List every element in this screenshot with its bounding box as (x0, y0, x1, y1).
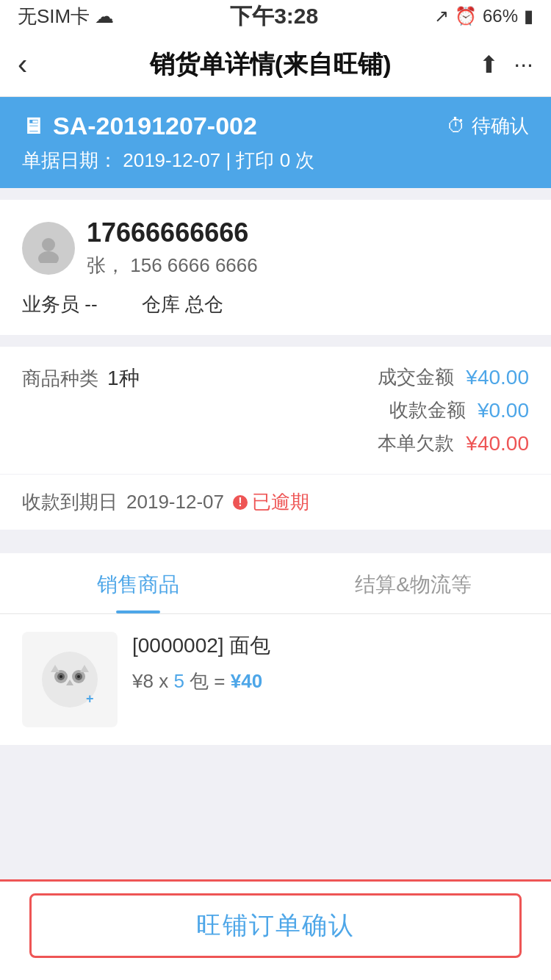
product-type-label: 商品种类 (22, 366, 98, 392)
product-name-text: 面包 (229, 634, 270, 657)
confirm-order-button[interactable]: 旺铺订单确认 (29, 893, 522, 958)
battery-label: 66% (483, 6, 518, 26)
svg-text:+: + (86, 691, 94, 706)
arrears-row: 本单欠款 ¥40.00 (378, 430, 529, 456)
tab-sales[interactable]: 销售商品 (0, 553, 276, 613)
deal-amount-label: 成交金额 (378, 364, 454, 390)
customer-info: 17666666666 张， 156 6666 6666 (87, 217, 258, 278)
product-type-value: 1种 (107, 364, 140, 392)
receipt-amount-row: 收款金额 ¥0.00 (389, 397, 529, 423)
order-date-row: 单据日期： 2019-12-07 | 打印 0 次 (22, 148, 529, 173)
qty-unit: 包 (190, 670, 209, 692)
product-item: + [0000002] 面包 ¥8 x 5 包 = ¥40 (0, 614, 551, 745)
overdue-text: 已逾期 (252, 489, 309, 515)
staff-row: 业务员 -- (22, 292, 98, 317)
amount-info: 成交金额 ¥40.00 收款金额 ¥0.00 本单欠款 ¥40.00 (378, 364, 529, 456)
customer-row: 17666666666 张， 156 6666 6666 (22, 217, 529, 278)
product-sku: [0000002] (132, 634, 224, 657)
deal-amount-value: ¥40.00 (466, 366, 529, 389)
bottom-bar: 旺铺订单确认 (0, 879, 551, 980)
receipt-amount-value: ¥0.00 (478, 399, 529, 422)
order-id-text: SA-20191207-002 (53, 112, 257, 140)
back-button[interactable]: ‹ (18, 48, 62, 81)
print-label: | 打印 (226, 149, 274, 171)
customer-section: 17666666666 张， 156 6666 6666 业务员 -- 仓库 总… (0, 200, 551, 335)
arrears-value: ¥40.00 (466, 432, 529, 455)
warning-icon: ! (233, 495, 248, 510)
order-status: ⏱ 待确认 (447, 113, 529, 139)
staff-value: -- (84, 293, 97, 315)
print-count: 0 (280, 149, 290, 171)
order-id: 🖥 SA-20191207-002 (22, 112, 257, 140)
clock-icon: ⏱ (447, 115, 466, 137)
order-date: 2019-12-07 (123, 149, 220, 171)
status-left: 无SIM卡 ☁ (18, 4, 114, 29)
warehouse-row: 仓库 总仓 (142, 292, 223, 317)
product-price: ¥8 x 5 包 = ¥40 (132, 669, 529, 694)
date-label: 单据日期： (22, 149, 118, 171)
receipt-amount-label: 收款金额 (389, 397, 466, 423)
customer-alt: 张， 156 6666 6666 (87, 253, 258, 278)
status-text: 待确认 (472, 113, 529, 139)
warehouse-label: 仓库 (142, 293, 180, 315)
due-section: 收款到期日 2019-12-07 ! 已逾期 (0, 474, 551, 530)
alarm-icon: ⏰ (455, 6, 477, 26)
svg-point-8 (77, 675, 80, 678)
deal-amount-row: 成交金额 ¥40.00 (378, 364, 529, 390)
customer-meta: 业务员 -- 仓库 总仓 (22, 292, 529, 317)
svg-point-1 (38, 251, 59, 263)
sim-label: 无SIM卡 ☁ (18, 4, 114, 29)
status-bar: 无SIM卡 ☁ 下午3:28 ↗ ⏰ 66% ▮ (0, 0, 551, 32)
order-header: 🖥 SA-20191207-002 ⏱ 待确认 单据日期： 2019-12-07… (0, 97, 551, 188)
location-icon: ↗ (434, 6, 449, 26)
battery-icon: ▮ (524, 6, 533, 26)
print-unit: 次 (295, 149, 314, 171)
order-icon: 🖥 (22, 114, 44, 139)
overdue-badge: ! 已逾期 (233, 489, 309, 515)
product-thumbnail: + (22, 632, 118, 727)
arrears-label: 本单欠款 (378, 430, 454, 456)
warehouse-value: 总仓 (185, 293, 223, 315)
price-label: ¥8 x (132, 670, 168, 692)
svg-point-7 (60, 675, 62, 678)
staff-label: 业务员 (22, 293, 79, 315)
avatar (22, 222, 75, 275)
tab-settlement[interactable]: 结算&物流等 (276, 553, 551, 613)
page-title: 销货单详情(来自旺铺) (62, 48, 479, 82)
status-right: ↗ ⏰ 66% ▮ (434, 6, 533, 26)
nav-bar: ‹ 销货单详情(来自旺铺) ⬆ ··· (0, 32, 551, 97)
divider-2 (0, 530, 551, 541)
divider-1 (0, 335, 551, 347)
more-icon[interactable]: ··· (514, 51, 533, 78)
customer-phone: 17666666666 (87, 217, 258, 248)
product-total: ¥40 (231, 670, 262, 692)
status-time: 下午3:28 (230, 1, 318, 32)
tabs: 销售商品 结算&物流等 (0, 553, 551, 614)
summary-grid: 商品种类 1种 成交金额 ¥40.00 收款金额 ¥0.00 本单欠款 ¥40.… (22, 364, 529, 456)
share-icon[interactable]: ⬆ (479, 51, 499, 79)
product-name: [0000002] 面包 (132, 632, 529, 660)
due-label: 收款到期日 (22, 489, 118, 515)
customer-name-text: 张 (87, 254, 106, 276)
customer-phone-alt: 156 6666 6666 (130, 254, 258, 276)
due-date: 2019-12-07 (126, 491, 224, 514)
summary-section: 商品种类 1种 成交金额 ¥40.00 收款金额 ¥0.00 本单欠款 ¥40.… (0, 347, 551, 474)
product-type-info: 商品种类 1种 (22, 364, 140, 392)
order-id-row: 🖥 SA-20191207-002 ⏱ 待确认 (22, 112, 529, 140)
product-info: [0000002] 面包 ¥8 x 5 包 = ¥40 (132, 632, 529, 694)
price-separator: = (214, 670, 230, 692)
svg-point-0 (42, 238, 55, 251)
nav-actions: ⬆ ··· (479, 51, 533, 79)
product-qty: 5 (173, 670, 184, 692)
